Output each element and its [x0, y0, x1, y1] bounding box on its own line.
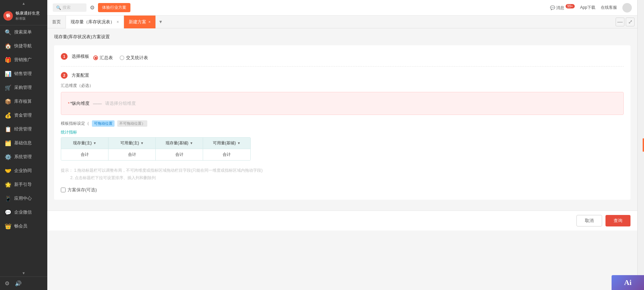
- basic-info-icon: 🗂️: [5, 140, 11, 146]
- sidebar-nav: 🔍 搜索菜单 🏠 快捷导航 🎁 营销推广 📊 销售管理 🛒 采购管理 📦 库存核…: [0, 25, 47, 270]
- logo-icon: 畅: [3, 11, 13, 21]
- messages-badge: 99+: [566, 4, 575, 8]
- content-area: 现存量(库存状况表)方案设置 1 选择模板 汇总表: [47, 28, 637, 290]
- top-header: 🔍 搜索 ⚙ 体验行业方案 💬 消息 99+ App下载 在线客服: [47, 0, 637, 16]
- chevron-icon-3[interactable]: ▼: [237, 141, 241, 145]
- sidebar-item-label: 快捷导航: [14, 43, 32, 49]
- gear-icon[interactable]: ⚙: [90, 4, 95, 11]
- sidebar-item-search-menu[interactable]: 🔍 搜索菜单: [0, 25, 47, 39]
- sidebar-item-system[interactable]: ⚙️ 系统管理: [0, 150, 47, 164]
- sidebar-item-label: 系统管理: [14, 154, 32, 160]
- sidebar-item-quick-nav[interactable]: 🏠 快捷导航: [0, 39, 47, 53]
- sidebar-item-marketing[interactable]: 🎁 营销推广: [0, 53, 47, 67]
- col-header-0[interactable]: 现存量(主) ▼: [61, 138, 108, 149]
- sidebar-item-cooperation[interactable]: 🤝 企业协同: [0, 164, 47, 178]
- chevron-icon-2[interactable]: ▼: [190, 141, 193, 145]
- step1-title: 选择模板: [72, 53, 89, 59]
- chevron-icon-1[interactable]: ▼: [141, 141, 144, 145]
- tab-home-label: 首页: [52, 19, 61, 25]
- step1-badge: 1: [61, 53, 68, 60]
- sidebar-scroll-up[interactable]: ▲: [0, 0, 47, 7]
- sidebar-item-label: 企业微信: [14, 209, 32, 215]
- sidebar-item-label: 搜索菜单: [14, 29, 32, 35]
- inventory-icon: 📦: [5, 98, 11, 105]
- tabs-bar: 首页 现存量（库存状况表） × 新建方案 × ▼ — ⤢: [47, 16, 637, 28]
- sidebar-item-inventory[interactable]: 📦 库存核算: [0, 95, 47, 108]
- tab-home[interactable]: 首页: [47, 16, 66, 28]
- indicator-label-row: 模板指标设定（ 可拖动位置 不可拖动位置）: [61, 120, 624, 127]
- col-body-label-2: 合计: [175, 152, 183, 158]
- tab-inventory-close[interactable]: ×: [117, 20, 119, 24]
- right-panel: [637, 0, 644, 290]
- col-header-label-1: 可用量(主): [120, 140, 139, 146]
- sidebar-item-member[interactable]: 👑 畅会员: [0, 219, 47, 233]
- online-service[interactable]: 在线客服: [601, 5, 617, 10]
- sidebar-item-operations[interactable]: 📋 经营管理: [0, 122, 47, 136]
- radio-summary[interactable]: 汇总表: [93, 55, 113, 61]
- cancel-button[interactable]: 取消: [576, 215, 602, 226]
- sidebar-item-basic-info[interactable]: 🗂️ 基础信息: [0, 136, 47, 150]
- tab-minimize-btn[interactable]: —: [616, 18, 624, 26]
- chevron-icon-0[interactable]: ▼: [93, 141, 97, 145]
- search-box[interactable]: 🔍 搜索: [53, 3, 86, 12]
- stats-table: 现存量(主) ▼ 可用量(主) ▼ 现存量(基辅) ▼: [61, 137, 251, 161]
- app-download[interactable]: App下载: [580, 5, 595, 10]
- sidebar-item-guide[interactable]: 🌟 新手引导: [0, 178, 47, 192]
- app-name: 畅康通好生意: [16, 11, 40, 16]
- tab-inventory-status[interactable]: 现存量（库存状况表） ×: [66, 16, 124, 28]
- industry-btn[interactable]: 体验行业方案: [98, 3, 130, 12]
- sidebar-item-label: 资金管理: [14, 112, 32, 118]
- col-header-3[interactable]: 可用量(基辅) ▼: [203, 138, 250, 149]
- save-checkbox[interactable]: [61, 188, 66, 192]
- tabs-right-btn: — ⤢: [616, 18, 637, 26]
- sidebar-item-app-center[interactable]: 📱 应用中心: [0, 192, 47, 206]
- step2-badge: 2: [61, 72, 68, 79]
- top-header-right: 💬 消息 99+ App下载 在线客服: [550, 3, 632, 13]
- stats-section-label: 统计指标: [61, 129, 624, 135]
- app-center-icon: 📱: [5, 195, 11, 202]
- col-header-label-3: 可用量(基辅): [213, 140, 236, 146]
- sidebar-item-wechat[interactable]: 💬 企业微信: [0, 206, 47, 219]
- dimension-dash: ——: [93, 101, 102, 106]
- non-draggable-badge: 不可拖动位置）: [117, 120, 147, 127]
- dimension-area[interactable]: * *纵向维度 —— 请选择分组维度: [61, 92, 624, 115]
- footer-bar: 取消 查询: [47, 211, 637, 231]
- sidebar-item-sales[interactable]: 📊 销售管理: [0, 67, 47, 81]
- query-button[interactable]: 查询: [605, 215, 630, 226]
- col-header-label-0: 现存量(主): [73, 140, 92, 146]
- tips-title: 提示： 1.拖动标题栏可以调整布局，不可跨维度或指标区域拖动栏目字段(只能在同一…: [61, 167, 624, 174]
- sidebar-item-label: 经营管理: [14, 126, 32, 132]
- tabs-expand-btn[interactable]: ▼: [156, 16, 166, 28]
- ai-float-button[interactable]: Ai: [612, 275, 644, 290]
- sidebar-item-label: 库存核算: [14, 98, 32, 104]
- tips-section: 提示： 1.拖动标题栏可以调整布局，不可跨维度或指标区域拖动栏目字段(只能在同一…: [61, 167, 624, 182]
- purchase-icon: 🛒: [5, 84, 11, 91]
- save-label: 方案保存(可选): [68, 187, 97, 193]
- tab-new-plan-close[interactable]: ×: [148, 20, 151, 24]
- finance-icon: 💰: [5, 112, 11, 119]
- sidebar-bottom: ⚙ 🔊: [0, 276, 47, 290]
- col-body-label-0: 合计: [81, 152, 89, 158]
- sidebar-item-finance[interactable]: 💰 资金管理: [0, 108, 47, 122]
- user-avatar[interactable]: [622, 3, 632, 13]
- ai-label: Ai: [624, 278, 631, 287]
- section-divider-1: [61, 66, 624, 67]
- col-header-2[interactable]: 现存量(基辅) ▼: [156, 138, 203, 149]
- step1-row: 1 选择模板 汇总表 交叉统计表: [61, 52, 624, 61]
- operations-icon: 📋: [5, 126, 11, 132]
- messages-label[interactable]: 💬 消息 99+: [550, 4, 575, 11]
- draggable-badge: 可拖动位置: [92, 120, 115, 127]
- col-body-1: 合计: [108, 149, 156, 160]
- tab-new-plan[interactable]: 新建方案 ×: [124, 16, 156, 28]
- settings-icon[interactable]: ⚙: [5, 280, 9, 287]
- indicator-settings-text: 模板指标设定（: [61, 121, 89, 126]
- vertical-dim-label: *纵向维度: [70, 100, 90, 106]
- col-header-1[interactable]: 可用量(主) ▼: [108, 138, 156, 149]
- indicator-settings: 统计指标 现存量(主) ▼ 可用量(主) ▼: [61, 129, 624, 162]
- sidebar-item-label: 应用中心: [14, 195, 32, 201]
- speaker-icon[interactable]: 🔊: [15, 280, 22, 287]
- sidebar-item-purchase[interactable]: 🛒 采购管理: [0, 81, 47, 95]
- tab-expand-btn[interactable]: ⤢: [626, 18, 635, 26]
- sidebar-scroll-down[interactable]: ▼: [0, 270, 47, 276]
- radio-cross[interactable]: 交叉统计表: [120, 55, 148, 61]
